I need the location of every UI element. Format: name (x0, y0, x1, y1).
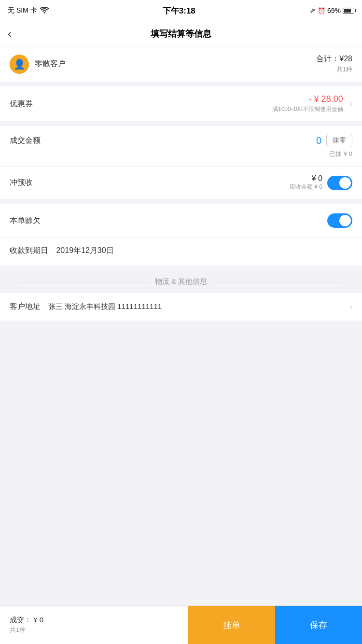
deal-amount-section: 成交金额 0 抹零 已抹 ¥ 0 冲预收 ¥ 0 应收金额 ¥ 0 (0, 126, 362, 199)
status-carrier-wifi: 无 SIM 卡 (8, 6, 49, 15)
coupon-desc: 满1000-100不限制使用金额 (272, 105, 343, 113)
customer-info: 👤 零散客户 (10, 55, 66, 74)
customer-row: 👤 零散客户 合计：¥28 共1种 (0, 46, 362, 82)
precollect-sub: 应收金额 ¥ 0 (290, 183, 322, 191)
page-title: 填写结算等信息 (151, 28, 211, 40)
coupon-value-area: - ¥ 28.00 满1000-100不限制使用金额 › (272, 94, 352, 113)
status-time: 下午3:18 (163, 5, 195, 16)
bottom-deal-row: 成交： ¥ 0 (10, 616, 179, 625)
wifi-icon (40, 7, 49, 15)
empty-area (0, 321, 362, 417)
coupon-chevron: › (350, 99, 352, 108)
hold-button[interactable]: 挂单 (188, 606, 275, 644)
debt-label: 本单赊欠 (10, 216, 41, 226)
deal-amount-row: 成交金额 0 抹零 已抹 ¥ 0 (0, 126, 362, 167)
battery-icon (343, 8, 354, 14)
address-row[interactable]: 客户地址 张三 海淀永丰科技园 11111111111 › (0, 293, 362, 321)
logistics-label: 物流 & 其他信息 (149, 277, 213, 286)
customer-section: 👤 零散客户 合计：¥28 共1种 (0, 46, 362, 82)
debt-toggle[interactable] (327, 213, 352, 228)
precollect-row: 冲预收 ¥ 0 应收金额 ¥ 0 (0, 167, 362, 199)
bottom-bar: 成交： ¥ 0 共1种 挂单 保存 (0, 605, 362, 644)
save-button[interactable]: 保存 (275, 606, 362, 644)
nav-bar: ‹ 填写结算等信息 (0, 21, 362, 46)
deal-amount-sub: 已抹 ¥ 0 (329, 150, 352, 157)
due-date-value: 2019年12月30日 (56, 246, 113, 254)
carrier-text: 无 SIM 卡 (8, 6, 37, 15)
alarm-icon: ⏰ (318, 7, 325, 14)
battery-percent: 69% (327, 7, 341, 14)
precollect-amount: ¥ 0 (290, 174, 322, 183)
precollect-label: 冲预收 (10, 178, 48, 188)
avatar-icon: 👤 (14, 58, 26, 70)
debt-row: 本单赊欠 (0, 204, 362, 238)
location-icon: ⇗ (309, 6, 316, 15)
due-date-content: 收款到期日 2019年12月30日 (10, 246, 114, 254)
coupon-amount: - ¥ 28.00 (272, 94, 343, 104)
customer-name: 零散客户 (35, 59, 66, 69)
precollect-values: ¥ 0 应收金额 ¥ 0 (290, 174, 322, 191)
due-date-row: 收款到期日 2019年12月30日 (0, 238, 362, 266)
status-bar: 无 SIM 卡 下午3:18 ⇗ ⏰ 69% (0, 0, 362, 21)
precollect-toggle[interactable] (327, 176, 352, 190)
content-area: 👤 零散客户 合计：¥28 共1种 优惠券 - ¥ 28.00 满1000-10… (0, 46, 362, 461)
coupon-row[interactable]: 优惠券 - ¥ 28.00 满1000-100不限制使用金额 › (0, 86, 362, 121)
precollect-right: ¥ 0 应收金额 ¥ 0 (290, 174, 352, 191)
customer-avatar: 👤 (10, 55, 29, 74)
bottom-deal-label: 成交： (10, 616, 31, 624)
address-label: 客户地址 (10, 302, 41, 312)
debt-section: 本单赊欠 收款到期日 2019年12月30日 (0, 204, 362, 266)
address-section: 客户地址 张三 海淀永丰科技园 11111111111 › (0, 293, 362, 321)
address-chevron: › (350, 303, 352, 311)
bottom-count: 共1种 (10, 626, 179, 634)
coupon-right: - ¥ 28.00 满1000-100不限制使用金额 (272, 94, 343, 113)
back-button[interactable]: ‹ (8, 27, 12, 41)
deal-amount-right: 0 抹零 (316, 134, 352, 147)
bottom-info: 成交： ¥ 0 共1种 (0, 616, 188, 634)
round-button[interactable]: 抹零 (326, 134, 352, 147)
due-date-label: 收款到期日 (10, 246, 48, 254)
customer-totals: 合计：¥28 共1种 (316, 54, 352, 74)
coupon-section: 优惠券 - ¥ 28.00 满1000-100不限制使用金额 › (0, 86, 362, 121)
logistics-separator: 物流 & 其他信息 (0, 270, 362, 293)
customer-total: 合计：¥28 (316, 54, 352, 64)
deal-amount-label: 成交金额 (10, 136, 48, 146)
coupon-label: 优惠券 (10, 99, 48, 109)
customer-count: 共1种 (316, 65, 352, 74)
bottom-deal-amount: ¥ 0 (33, 616, 43, 624)
deal-amount-value: 0 (316, 135, 321, 146)
address-value: 张三 海淀永丰科技园 11111111111 (48, 302, 340, 311)
status-right-icons: ⇗ ⏰ 69% (309, 6, 354, 15)
